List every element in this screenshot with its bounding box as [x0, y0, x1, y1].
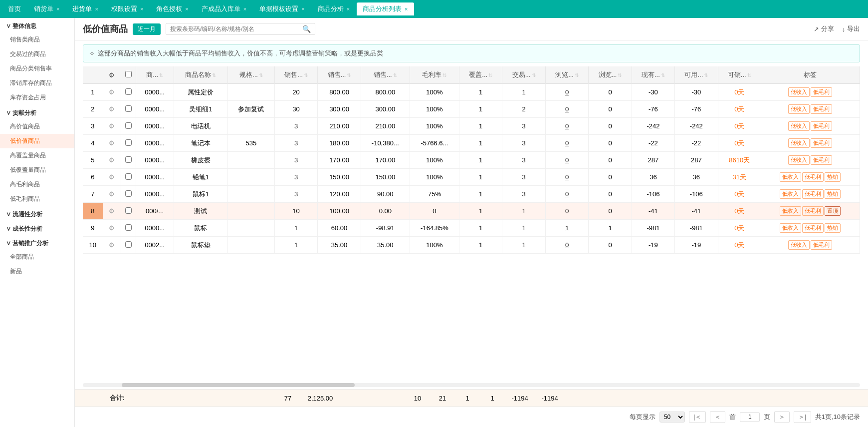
sidebar-item-商品分类销售率[interactable]: 商品分类销售率 [0, 61, 74, 76]
browse1-link[interactable]: 0 [565, 207, 569, 215]
row-browse1[interactable]: 0 [545, 84, 588, 101]
row-checkbox-cell[interactable] [121, 152, 136, 169]
row-checkbox-cell[interactable] [121, 118, 136, 135]
browse1-link[interactable]: 0 [565, 105, 569, 113]
row-settings-icon[interactable]: ⚙ [109, 190, 115, 198]
row-checkbox[interactable] [125, 224, 132, 231]
row-checkbox[interactable] [125, 88, 132, 95]
sidebar-item-全部商品[interactable]: 全部商品 [0, 250, 74, 264]
export-button[interactable]: ↓ 导出 [842, 24, 861, 33]
row-browse1[interactable]: 0 [545, 237, 588, 254]
row-checkbox-cell[interactable] [121, 186, 136, 203]
search-icon[interactable]: 🔍 [302, 25, 311, 33]
row-browse1[interactable]: 0 [545, 186, 588, 203]
prev-page-button[interactable]: ＜ [710, 411, 725, 423]
row-settings-icon[interactable]: ⚙ [109, 88, 115, 96]
col-header-8[interactable]: 毛利率⇅ [410, 66, 459, 84]
sidebar-item-高价值商品[interactable]: 高价值商品 [0, 119, 74, 134]
sidebar-item-库存资金占用[interactable]: 库存资金占用 [0, 90, 74, 105]
nav-item-单据模板设置[interactable]: 单据模板设置× [253, 2, 310, 15]
col-header-15[interactable]: 可销...⇅ [718, 66, 761, 84]
col-header-14[interactable]: 可用...⇅ [675, 66, 718, 84]
sidebar-group-title[interactable]: ∨ 整体信息 [0, 18, 74, 32]
browse1-link[interactable]: 0 [565, 88, 569, 96]
sidebar-item-滞销库存的商品[interactable]: 滞销库存的商品 [0, 76, 74, 90]
sidebar-item-低覆盖量商品[interactable]: 低覆盖量商品 [0, 163, 74, 177]
row-checkbox-cell[interactable] [121, 220, 136, 237]
browse1-link[interactable]: 0 [565, 241, 569, 249]
row-browse1[interactable]: 0 [545, 152, 588, 169]
nav-close-icon[interactable]: × [140, 6, 143, 12]
row-checkbox[interactable] [125, 156, 132, 163]
row-browse1[interactable]: 1 [545, 220, 588, 237]
browse1-link[interactable]: 0 [565, 156, 569, 164]
page-input[interactable] [740, 412, 760, 422]
last-page-button[interactable]: ＞| [794, 411, 811, 423]
row-checkbox-cell[interactable] [121, 135, 136, 152]
browse1-link[interactable]: 1 [565, 224, 569, 232]
row-settings[interactable]: ⚙ [103, 220, 121, 237]
row-checkbox[interactable] [125, 207, 132, 214]
scroll-area[interactable] [83, 383, 860, 387]
sidebar-item-高覆盖量商品[interactable]: 高覆盖量商品 [0, 148, 74, 163]
col-header-9[interactable]: 覆盖...⇅ [459, 66, 502, 84]
col-header-10[interactable]: 交易...⇅ [502, 66, 545, 84]
per-page-select[interactable]: 50 20 100 [659, 412, 685, 423]
col-header-7[interactable]: 销售...⇅ [361, 66, 410, 84]
nav-item-销货单[interactable]: 销货单× [28, 2, 65, 15]
row-settings[interactable]: ⚙ [103, 84, 121, 101]
nav-close-icon[interactable]: × [56, 6, 59, 12]
row-settings[interactable]: ⚙ [103, 152, 121, 169]
row-checkbox[interactable] [125, 105, 132, 112]
row-settings[interactable]: ⚙ [103, 118, 121, 135]
settings-icon[interactable]: ⚙ [109, 71, 115, 79]
share-button[interactable]: ↗ 分享 [814, 24, 834, 33]
table-container[interactable]: ⚙商...⇅商品名称⇅规格...⇅销售...⇅销售...⇅销售...⇅毛利率⇅覆… [83, 66, 860, 383]
row-checkbox-cell[interactable] [121, 169, 136, 186]
row-checkbox[interactable] [125, 241, 132, 248]
nav-close-icon[interactable]: × [185, 6, 188, 12]
col-header-3[interactable]: 商品名称⇅ [174, 66, 227, 84]
row-settings-icon[interactable]: ⚙ [109, 241, 115, 249]
nav-item-产成品入库单[interactable]: 产成品入库单× [196, 2, 252, 15]
nav-close-icon[interactable]: × [405, 6, 408, 12]
nav-close-icon[interactable]: × [347, 6, 350, 12]
nav-close-icon[interactable]: × [301, 6, 304, 12]
row-checkbox[interactable] [125, 190, 132, 197]
next-page-button[interactable]: ＞ [774, 411, 790, 423]
row-settings-icon[interactable]: ⚙ [109, 139, 115, 147]
row-browse1[interactable]: 0 [545, 169, 588, 186]
nav-item-商品分析列表[interactable]: 商品分析列表× [357, 2, 414, 15]
sidebar-item-交易过的商品[interactable]: 交易过的商品 [0, 47, 74, 61]
row-settings-icon[interactable]: ⚙ [109, 105, 115, 113]
sidebar-item-新品[interactable]: 新品 [0, 264, 74, 279]
row-settings-icon[interactable]: ⚙ [109, 173, 115, 181]
row-settings[interactable]: ⚙ [103, 203, 121, 220]
browse1-link[interactable]: 0 [565, 190, 569, 198]
col-header-11[interactable]: 浏览...⇅ [545, 66, 588, 84]
browse1-link[interactable]: 0 [565, 139, 569, 147]
row-settings[interactable]: ⚙ [103, 135, 121, 152]
col-header-5[interactable]: 销售...⇅ [274, 66, 317, 84]
row-checkbox-cell[interactable] [121, 237, 136, 254]
row-settings[interactable]: ⚙ [103, 101, 121, 118]
row-settings-icon[interactable]: ⚙ [109, 156, 115, 164]
row-checkbox[interactable] [125, 122, 132, 129]
sidebar-group-title[interactable]: ∨ 成长性分析 [0, 221, 74, 235]
nav-item-权限设置[interactable]: 权限设置× [105, 2, 149, 15]
sidebar-item-低毛利商品[interactable]: 低毛利商品 [0, 192, 74, 206]
col-header-2[interactable]: 商...⇅ [136, 66, 174, 84]
browse1-link[interactable]: 0 [565, 122, 569, 130]
row-checkbox-cell[interactable] [121, 203, 136, 220]
row-checkbox[interactable] [125, 139, 132, 146]
first-page-button[interactable]: |＜ [689, 411, 706, 423]
row-checkbox-cell[interactable] [121, 101, 136, 118]
nav-close-icon[interactable]: × [95, 6, 98, 12]
sidebar-item-高毛利商品[interactable]: 高毛利商品 [0, 177, 74, 192]
sidebar-group-title[interactable]: ∨ 流通性分析 [0, 206, 74, 221]
row-settings[interactable]: ⚙ [103, 237, 121, 254]
nav-item-角色授权[interactable]: 角色授权× [150, 2, 194, 15]
sidebar-group-title[interactable]: ∨ 贡献分析 [0, 105, 74, 119]
row-settings[interactable]: ⚙ [103, 186, 121, 203]
col-header-4[interactable]: 规格...⇅ [228, 66, 275, 84]
